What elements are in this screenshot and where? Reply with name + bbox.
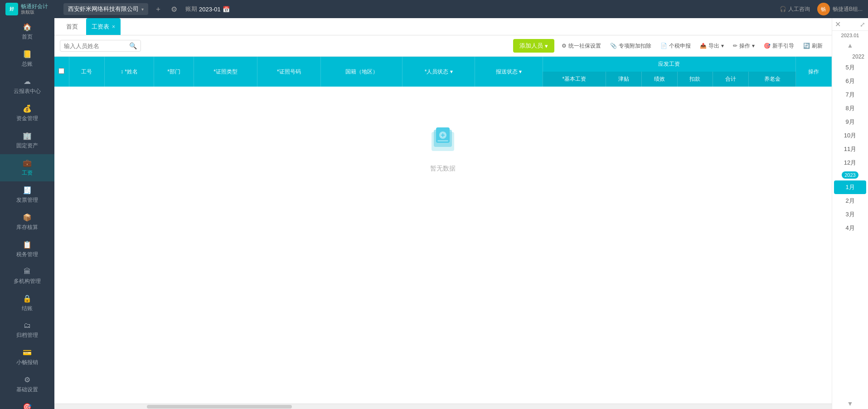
month-item-2022-5月[interactable]: 5月 <box>832 61 868 74</box>
content-area: 首页 工资表 × 🔍 添加人员 ▾ ⚙统一社保设置📎专项附加扣除📄个税申报📤导出… <box>54 18 832 409</box>
toolbar-action-deduct[interactable]: 📎专项附加扣除 <box>606 40 655 52</box>
salary-icon: 💼 <box>23 159 32 167</box>
th-id-type: *证照类型 <box>194 57 257 87</box>
sidebar-item-label: 资金管理 <box>16 115 38 122</box>
sidebar-item-asset[interactable]: 🏢固定资产 <box>0 127 54 154</box>
sidebar-item-tax[interactable]: 📋税务管理 <box>0 236 54 263</box>
user-name: 畅捷通B组... <box>833 5 863 13</box>
month-item-2023-2月[interactable]: 2月 <box>832 194 868 208</box>
sidebar-item-label: 云报表中心 <box>14 88 41 95</box>
tab-close-icon[interactable]: × <box>112 24 115 30</box>
tab-bar: 首页 工资表 × <box>54 18 832 35</box>
sidebar-item-label: 归档管理 <box>16 331 38 339</box>
support-button[interactable]: 🎧 人工咨询 <box>780 5 810 13</box>
sidebar-item-settings[interactable]: ⚙基础设置 <box>0 371 54 398</box>
sidebar-item-label: 税务管理 <box>16 251 38 258</box>
year-2022-label: 2022 <box>832 51 868 61</box>
sidebar-item-label: 发票管理 <box>16 196 38 204</box>
th-number: 工号 <box>69 57 105 87</box>
deduct-icon: 📎 <box>610 43 617 49</box>
asset-icon: 🏢 <box>23 131 32 140</box>
current-period-display: 2023.01 <box>832 31 868 40</box>
toolbar-action-tax-declare[interactable]: 📄个税申报 <box>657 40 694 52</box>
main-layout: 🏠首页📒总账☁云报表中心💰资金管理🏢固定资产💼工资🧾发票管理📦库存核算📋税务管理… <box>0 18 868 409</box>
month-item-2022-10月[interactable]: 10月 <box>832 129 868 142</box>
salary-table: 工号 ↕ *姓名 *部门 *证照类型 *证照号码 国籍（地区） *人员状态 ▾ … <box>54 57 832 209</box>
sidebar-item-label: 基础设置 <box>16 386 38 394</box>
sidebar-item-label: 多机构管理 <box>14 278 41 285</box>
ledger-icon: 📒 <box>23 50 32 58</box>
top-bar: 好 畅通好会计 旗舰版 西安虾米网络科技有限公司 ▾ ＋ ⚙ 账期 2023-0… <box>0 0 868 18</box>
scroll-bar-area <box>54 404 832 409</box>
select-all-checkbox[interactable] <box>58 68 64 74</box>
scroll-thumb[interactable] <box>147 405 292 409</box>
inventory-icon: 📦 <box>23 213 32 222</box>
period-value: 2023-01 <box>199 6 221 13</box>
top-bar-actions: ＋ ⚙ <box>152 4 180 15</box>
month-item-2022-7月[interactable]: 7月 <box>832 88 868 102</box>
expand-panel-button[interactable]: ⤢ <box>860 21 865 28</box>
month-item-2022-6月[interactable]: 6月 <box>832 74 868 88</box>
empty-icon <box>425 123 461 159</box>
date-panel: 20225月6月7月8月9月10月11月12月20231月2月3月4月 <box>832 51 868 398</box>
invoice-icon: 🧾 <box>23 186 32 195</box>
sidebar-item-expense[interactable]: 💳小畅报销 <box>0 344 54 371</box>
sidebar-item-close[interactable]: 🔒结账 <box>0 290 54 317</box>
sidebar-item-ledger[interactable]: 📒总账 <box>0 45 54 73</box>
svg-rect-6 <box>437 140 448 141</box>
toolbar-action-guide[interactable]: 🎯新手引导 <box>760 40 798 52</box>
sidebar-item-home[interactable]: 🏠首页 <box>0 18 54 45</box>
month-item-2023-4月[interactable]: 4月 <box>832 221 868 235</box>
right-panel: ✕ ⤢ 2023.01 ▲ 20225月6月7月8月9月10月11月12月202… <box>832 18 868 409</box>
sidebar-item-invoice[interactable]: 🧾发票管理 <box>0 181 54 209</box>
th-operation: 操作 <box>796 57 832 87</box>
sidebar-item-inventory[interactable]: 📦库存核算 <box>0 209 54 236</box>
sidebar-item-label: 首页 <box>22 33 33 41</box>
month-item-2022-11月[interactable]: 11月 <box>832 142 868 156</box>
month-item-2022-8月[interactable]: 8月 <box>832 102 868 115</box>
th-allowance: 津贴 <box>606 72 642 87</box>
sidebar-item-salary[interactable]: 💼工资 <box>0 154 54 181</box>
toolbar-action-export[interactable]: 📤导出▾ <box>696 40 727 52</box>
sidebar-item-guide[interactable]: 🎯新手引导 <box>0 398 54 409</box>
sidebar-item-archive[interactable]: 🗂归档管理 <box>0 317 54 344</box>
th-total: 合计 <box>713 72 749 87</box>
sidebar-item-fund[interactable]: 💰资金管理 <box>0 100 54 127</box>
add-person-button[interactable]: 添加人员 ▾ <box>513 39 554 53</box>
th-id-number: *证照号码 <box>257 57 320 87</box>
th-basic-salary: *基本工资 <box>543 72 606 87</box>
sidebar-item-multi-org[interactable]: 🏛多机构管理 <box>0 263 54 290</box>
toolbar-actions: ⚙统一社保设置📎专项附加扣除📄个税申报📤导出▾✏操作▾🎯新手引导🔄刷新 <box>558 40 826 52</box>
toolbar-action-operate[interactable]: ✏操作▾ <box>729 40 758 52</box>
month-item-2022-9月[interactable]: 9月 <box>832 115 868 129</box>
sidebar-item-label: 固定资产 <box>16 142 38 150</box>
close-panel-button[interactable]: ✕ <box>835 20 841 29</box>
period-label: 账期 <box>185 5 197 13</box>
toolbar: 🔍 添加人员 ▾ ⚙统一社保设置📎专项附加扣除📄个税申报📤导出▾✏操作▾🎯新手引… <box>54 35 832 57</box>
toolbar-action-refresh[interactable]: 🔄刷新 <box>800 40 826 52</box>
tab-salary[interactable]: 工资表 × <box>86 18 121 35</box>
th-salary-group: 应发工资 <box>543 57 796 72</box>
month-item-2023-1月[interactable]: 1月 <box>834 180 866 194</box>
empty-state: 暂无数据 <box>54 87 832 209</box>
settings-icon: ⚙ <box>24 375 30 384</box>
sidebar-item-report[interactable]: ☁云报表中心 <box>0 73 54 100</box>
fund-icon: 💰 <box>23 104 32 113</box>
search-input[interactable] <box>64 43 127 49</box>
scroll-down-button[interactable]: ▼ <box>832 398 868 409</box>
th-performance: 绩效 <box>641 72 677 87</box>
export-icon: 📤 <box>700 43 707 49</box>
settings-button[interactable]: ⚙ <box>168 4 180 15</box>
company-name: 西安虾米网络科技有限公司 <box>68 5 139 13</box>
month-item-2022-12月[interactable]: 12月 <box>832 156 868 170</box>
toolbar-action-social-security[interactable]: ⚙统一社保设置 <box>558 40 605 52</box>
add-company-button[interactable]: ＋ <box>152 4 165 15</box>
company-selector[interactable]: 西安虾米网络科技有限公司 ▾ <box>63 3 148 15</box>
scroll-up-button[interactable]: ▲ <box>832 40 868 51</box>
checkbox-header[interactable] <box>54 57 69 87</box>
tab-home[interactable]: 首页 <box>60 18 84 35</box>
calendar-icon[interactable]: 📅 <box>223 6 230 13</box>
table-header-row1: 工号 ↕ *姓名 *部门 *证照类型 *证照号码 国籍（地区） *人员状态 ▾ … <box>54 57 832 72</box>
sidebar-item-label: 总账 <box>22 60 33 68</box>
month-item-2023-3月[interactable]: 3月 <box>832 208 868 221</box>
